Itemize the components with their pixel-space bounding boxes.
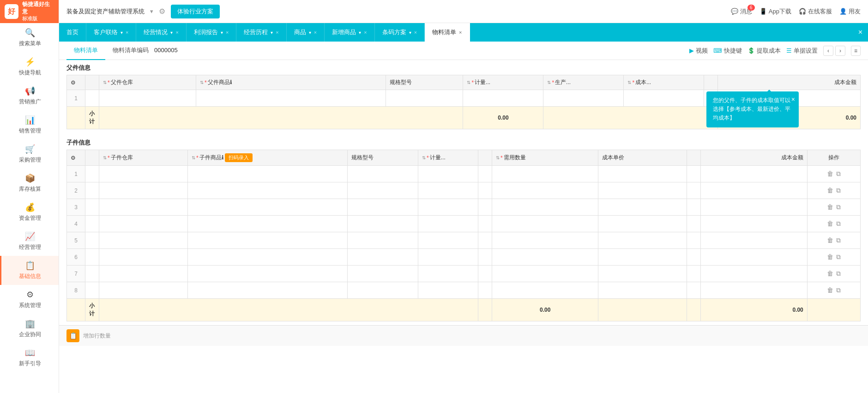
tab-close-icon[interactable]: × <box>314 30 317 35</box>
copy-icon[interactable]: ⧉ <box>836 170 841 178</box>
delete-icon[interactable]: 🗑 <box>827 236 833 244</box>
parent-col-settings[interactable]: ⚙ <box>67 75 85 90</box>
child-cell-amount[interactable] <box>701 182 807 199</box>
child-cell-quantity[interactable] <box>492 199 598 216</box>
child-cell-amount[interactable] <box>701 282 807 299</box>
delete-icon[interactable]: 🗑 <box>827 286 833 294</box>
child-cell-product[interactable] <box>187 232 347 249</box>
parent-cell-cost[interactable] <box>624 90 704 107</box>
delete-icon[interactable]: 🗑 <box>827 170 833 178</box>
sidebar-item-sales[interactable]: 📊 销售管理 <box>0 110 59 139</box>
menu-icon[interactable]: ≡ <box>851 46 861 56</box>
shortcut-action[interactable]: ⌨ 快捷键 <box>713 47 742 55</box>
extract-cost-action[interactable]: 💲 提取成本 <box>747 47 781 55</box>
child-cell-warehouse[interactable] <box>99 249 188 266</box>
tab-close-icon[interactable]: × <box>459 30 462 35</box>
child-cell-product[interactable] <box>187 166 347 182</box>
sidebar-item-purchase[interactable]: 🛒 采购管理 <box>0 139 59 169</box>
message-button[interactable]: 💬 消息 6 <box>731 7 752 16</box>
child-cell-quantity[interactable] <box>492 166 598 182</box>
child-cell-unit[interactable] <box>418 216 478 232</box>
child-cell-amount[interactable] <box>701 199 807 216</box>
sub-tab-bill-list[interactable]: 物料清单 <box>66 42 105 60</box>
child-col-settings[interactable]: ⚙ <box>67 150 85 166</box>
child-cell-amount[interactable] <box>701 266 807 282</box>
child-cell-unit-cost[interactable] <box>598 216 687 232</box>
sidebar-item-operations[interactable]: 📈 经营管理 <box>0 227 59 256</box>
nav-tab-客户联络[interactable]: 客户联络▾× <box>86 23 136 42</box>
nav-tab-利润报告[interactable]: 利润报告▾× <box>187 23 236 42</box>
copy-icon[interactable]: ⧉ <box>836 236 841 244</box>
app-download-button[interactable]: 📱 App下载 <box>760 7 791 16</box>
child-cell-warehouse[interactable] <box>99 266 188 282</box>
child-cell-product[interactable] <box>187 216 347 232</box>
child-cell-spec[interactable] <box>347 282 418 299</box>
online-service-button[interactable]: 🎧 在线客服 <box>799 7 832 16</box>
close-all-button[interactable]: × <box>853 28 868 36</box>
child-cell-spec[interactable] <box>347 249 418 266</box>
child-cell-warehouse[interactable] <box>99 166 188 182</box>
child-cell-warehouse[interactable] <box>99 182 188 199</box>
child-cell-unit-cost[interactable] <box>598 166 687 182</box>
child-cell-unit[interactable] <box>418 166 478 182</box>
delete-icon[interactable]: 🗑 <box>827 187 833 194</box>
child-cell-quantity[interactable] <box>492 182 598 199</box>
nav-tab-经营历程[interactable]: 经营历程▾× <box>236 23 286 42</box>
child-cell-unit-cost[interactable] <box>598 182 687 199</box>
child-cell-spec[interactable] <box>347 182 418 199</box>
sidebar-item-basic-info[interactable]: 📋 基础信息 <box>0 256 59 285</box>
child-cell-spec[interactable] <box>347 216 418 232</box>
child-cell-warehouse[interactable] <box>99 232 188 249</box>
copy-icon[interactable]: ⧉ <box>836 286 841 294</box>
tooltip-close-button[interactable]: × <box>791 94 795 104</box>
prev-arrow[interactable]: ‹ <box>823 46 833 56</box>
tab-close-icon[interactable]: × <box>364 30 367 35</box>
copy-icon[interactable]: ⧉ <box>836 270 841 278</box>
child-cell-spec[interactable] <box>347 166 418 182</box>
child-cell-unit[interactable] <box>418 199 478 216</box>
child-cell-quantity[interactable] <box>492 232 598 249</box>
single-settings-action[interactable]: ☰ 单据设置 <box>786 47 818 55</box>
child-cell-warehouse[interactable] <box>99 216 188 232</box>
child-cell-unit[interactable] <box>418 182 478 199</box>
scan-input-button[interactable]: 扫码录入 <box>225 153 253 162</box>
child-cell-product[interactable] <box>187 182 347 199</box>
sidebar-item-marketing[interactable]: 📢 营销推广 <box>0 81 59 110</box>
child-cell-product[interactable] <box>187 266 347 282</box>
child-cell-product[interactable] <box>187 282 347 299</box>
child-cell-amount[interactable] <box>701 166 807 182</box>
nav-tab-条码方案[interactable]: 条码方案▾× <box>375 23 425 42</box>
child-cell-warehouse[interactable] <box>99 199 188 216</box>
parent-cell-spec[interactable] <box>386 90 463 107</box>
sidebar-item-enterprise[interactable]: 🏢 企业协同 <box>0 314 59 343</box>
child-cell-warehouse[interactable] <box>99 282 188 299</box>
copy-icon[interactable]: ⧉ <box>836 253 841 261</box>
child-cell-unit-cost[interactable] <box>598 199 687 216</box>
child-cell-unit-cost[interactable] <box>598 232 687 249</box>
parent-cell-product[interactable] <box>196 90 386 107</box>
dropdown-icon[interactable]: ▾ <box>150 8 153 15</box>
parent-cell-unit[interactable] <box>463 90 543 107</box>
child-cell-quantity[interactable] <box>492 282 598 299</box>
delete-icon[interactable]: 🗑 <box>827 253 833 261</box>
delete-icon[interactable]: 🗑 <box>827 220 833 228</box>
sidebar-item-system[interactable]: ⚙ 系统管理 <box>0 285 59 314</box>
nav-tab-物料清单[interactable]: 物料清单× <box>425 23 470 42</box>
sidebar-item-guide[interactable]: 📖 新手引导 <box>0 343 59 372</box>
child-cell-amount[interactable] <box>701 232 807 249</box>
child-cell-spec[interactable] <box>347 199 418 216</box>
tab-close-icon[interactable]: × <box>414 30 417 35</box>
sidebar-item-quick-nav[interactable]: ⚡ 快捷导航 <box>0 52 59 81</box>
nav-tab-经营情况[interactable]: 经营情况▾× <box>136 23 186 42</box>
child-cell-unit[interactable] <box>418 232 478 249</box>
child-cell-unit[interactable] <box>418 266 478 282</box>
nav-tab-商品[interactable]: 商品▾× <box>287 23 325 42</box>
child-cell-spec[interactable] <box>347 266 418 282</box>
child-cell-product[interactable] <box>187 249 347 266</box>
view-action[interactable]: ▶ 视频 <box>689 47 708 55</box>
delete-icon[interactable]: 🗑 <box>827 203 833 211</box>
child-cell-unit-cost[interactable] <box>598 266 687 282</box>
child-cell-quantity[interactable] <box>492 266 598 282</box>
child-cell-amount[interactable] <box>701 249 807 266</box>
child-cell-unit-cost[interactable] <box>598 282 687 299</box>
